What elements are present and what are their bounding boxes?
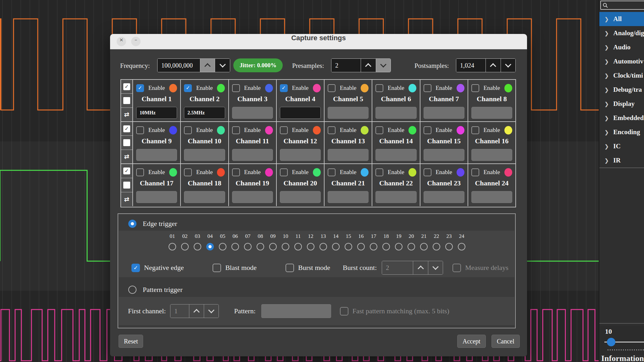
- trigger-channel-radio[interactable]: [420, 243, 428, 250]
- chevron-right-icon[interactable]: ❯: [604, 143, 609, 150]
- channel-enable-checkbox[interactable]: ✓: [136, 168, 144, 176]
- frequency-down-button[interactable]: [215, 59, 230, 72]
- trigger-channel-radio[interactable]: [332, 243, 340, 250]
- trigger-channel-radio[interactable]: [445, 243, 453, 250]
- channel-enable-checkbox[interactable]: ✓: [232, 168, 240, 176]
- edge-trigger-radio[interactable]: [128, 220, 136, 228]
- channel-name-input[interactable]: 2.5MHz: [184, 107, 225, 119]
- trigger-channel-radio[interactable]: [194, 243, 201, 250]
- channel-enable-checkbox[interactable]: ✓: [424, 168, 431, 176]
- chevron-right-icon[interactable]: ❯: [604, 16, 609, 22]
- trigger-channel-radio[interactable]: [319, 243, 327, 250]
- trigger-channel-radio[interactable]: [433, 243, 440, 250]
- row-select-all-checkbox[interactable]: ✓: [123, 167, 130, 174]
- channel-enable-checkbox[interactable]: ✓: [136, 126, 144, 134]
- chevron-right-icon[interactable]: ❯: [604, 30, 609, 36]
- channel-enable-checkbox[interactable]: ✓: [424, 126, 431, 134]
- trigger-channel-radio[interactable]: [345, 243, 352, 250]
- cancel-button[interactable]: Cancel: [491, 335, 520, 348]
- channel-enable-checkbox[interactable]: ✓: [280, 84, 288, 92]
- negative-edge-checkbox[interactable]: ✓: [131, 264, 140, 272]
- channel-enable-checkbox[interactable]: ✓: [280, 168, 288, 176]
- trigger-channel-radio[interactable]: [408, 243, 415, 250]
- row-blank-checkbox[interactable]: [123, 182, 130, 189]
- channel-enable-checkbox[interactable]: ✓: [232, 84, 240, 92]
- frequency-value[interactable]: 100,000,000: [158, 59, 200, 72]
- presamples-down-button[interactable]: [376, 59, 391, 72]
- sidebar-item-analog-dig[interactable]: ❯Analog/dig: [599, 26, 644, 40]
- trigger-channel-radio[interactable]: [382, 243, 390, 250]
- dialog-titlebar[interactable]: × – Capture settings: [110, 34, 527, 49]
- chevron-right-icon[interactable]: ❯: [604, 157, 609, 164]
- presamples-spinbox[interactable]: 2: [331, 58, 391, 72]
- row-blank-checkbox[interactable]: [123, 139, 130, 146]
- channel-enable-checkbox[interactable]: ✓: [232, 126, 240, 134]
- channel-enable-checkbox[interactable]: ✓: [375, 168, 383, 176]
- sidebar-item-clock-timi[interactable]: ❯Clock/timi: [599, 69, 644, 83]
- zoom-slider-handle[interactable]: [607, 338, 615, 346]
- sidebar-item-audio[interactable]: ❯Audio: [599, 40, 644, 54]
- sidebar-item-all[interactable]: ❯All: [599, 12, 644, 26]
- trigger-channel-radio[interactable]: [294, 243, 302, 250]
- channel-enable-checkbox[interactable]: ✓: [184, 168, 192, 176]
- presamples-up-button[interactable]: [361, 59, 375, 72]
- trigger-channel-radio[interactable]: [206, 243, 214, 250]
- reset-button[interactable]: Reset: [119, 335, 143, 348]
- decoder-search-input[interactable]: [600, 1, 644, 10]
- channel-enable-checkbox[interactable]: ✓: [328, 126, 336, 134]
- channel-enable-checkbox[interactable]: ✓: [471, 168, 479, 176]
- pattern-trigger-radio[interactable]: [128, 286, 136, 294]
- channel-enable-checkbox[interactable]: ✓: [375, 84, 383, 92]
- sidebar-item-embedded[interactable]: ❯Embedded: [599, 111, 644, 125]
- trigger-channel-radio[interactable]: [269, 243, 277, 250]
- channel-enable-checkbox[interactable]: ✓: [375, 126, 383, 134]
- trigger-channel-radio[interactable]: [370, 243, 377, 250]
- channel-enable-checkbox[interactable]: ✓: [280, 126, 288, 134]
- postsamples-down-button[interactable]: [501, 59, 515, 72]
- chevron-right-icon[interactable]: ❯: [604, 87, 609, 93]
- blast-mode-checkbox[interactable]: ✓: [213, 264, 221, 272]
- channel-enable-checkbox[interactable]: ✓: [424, 84, 431, 92]
- row-select-all-checkbox[interactable]: ✓: [123, 83, 130, 90]
- burst-mode-checkbox[interactable]: ✓: [286, 264, 294, 272]
- trigger-channel-radio[interactable]: [181, 243, 189, 250]
- chevron-right-icon[interactable]: ❯: [604, 73, 609, 79]
- postsamples-up-button[interactable]: [486, 59, 500, 72]
- channel-enable-checkbox[interactable]: ✓: [184, 84, 192, 92]
- trigger-channel-radio[interactable]: [244, 243, 252, 250]
- channel-enable-checkbox[interactable]: ✓: [328, 84, 336, 92]
- channel-enable-checkbox[interactable]: ✓: [184, 126, 192, 134]
- row-select-all-checkbox[interactable]: ✓: [123, 125, 130, 132]
- chevron-right-icon[interactable]: ❯: [604, 115, 609, 121]
- trigger-channel-radio[interactable]: [219, 243, 226, 250]
- accept-button[interactable]: Accept: [457, 335, 486, 348]
- presamples-value[interactable]: 2: [331, 59, 361, 72]
- sidebar-item-ir[interactable]: ❯IR: [599, 153, 644, 167]
- frequency-spinbox[interactable]: 100,000,000: [157, 58, 230, 72]
- postsamples-value[interactable]: 1,024: [456, 59, 486, 72]
- chevron-right-icon[interactable]: ❯: [604, 101, 609, 107]
- channel-enable-checkbox[interactable]: ✓: [136, 84, 144, 92]
- trigger-channel-radio[interactable]: [169, 243, 176, 250]
- sidebar-item-ic[interactable]: ❯IC: [599, 139, 644, 153]
- channel-name-input[interactable]: [280, 107, 321, 119]
- shuffle-channels-icon[interactable]: ⇄: [124, 111, 130, 118]
- frequency-up-button[interactable]: [200, 59, 215, 72]
- shuffle-channels-icon[interactable]: ⇄: [124, 195, 130, 203]
- trigger-channel-radio[interactable]: [395, 243, 402, 250]
- trigger-channel-radio[interactable]: [257, 243, 264, 250]
- channel-enable-checkbox[interactable]: ✓: [328, 168, 336, 176]
- sidebar-item-encoding[interactable]: ❯Encoding: [599, 125, 644, 139]
- chevron-right-icon[interactable]: ❯: [604, 129, 609, 135]
- trigger-channel-radio[interactable]: [282, 243, 289, 250]
- channel-enable-checkbox[interactable]: ✓: [471, 84, 479, 92]
- trigger-channel-radio[interactable]: [307, 243, 314, 250]
- chevron-right-icon[interactable]: ❯: [604, 44, 609, 51]
- pattern-input[interactable]: [261, 304, 331, 318]
- sidebar-item-display[interactable]: ❯Display: [599, 97, 644, 111]
- shuffle-channels-icon[interactable]: ⇄: [124, 153, 130, 160]
- chevron-right-icon[interactable]: ❯: [604, 58, 609, 65]
- channel-enable-checkbox[interactable]: ✓: [471, 126, 479, 134]
- row-blank-checkbox[interactable]: [123, 97, 130, 104]
- channel-name-input[interactable]: 10MHz: [136, 107, 177, 119]
